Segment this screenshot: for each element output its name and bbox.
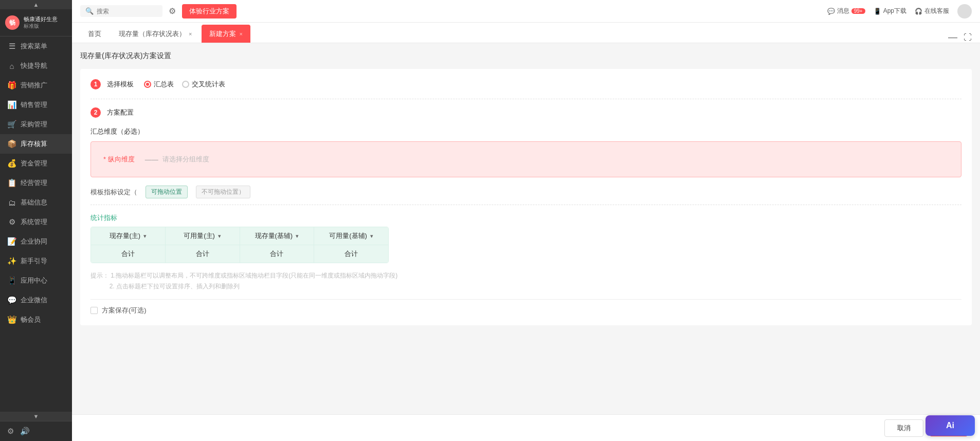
stats-col-header-2: 现存量(基辅) ▾ [240,227,314,245]
finance-icon: 💰 [7,159,16,168]
tab-inventory[interactable]: 现存量（库存状况表） × [111,25,199,43]
cancel-button[interactable]: 取消 [884,419,923,437]
wechat-icon: 💬 [7,296,16,305]
radio-summary-label: 汇总表 [154,80,174,89]
col0-chevron-icon[interactable]: ▾ [143,233,147,240]
sidebar-item-finance[interactable]: 💰 资金管理 [0,154,72,173]
sidebar-scroll-down[interactable]: ▼ [0,412,72,421]
col3-chevron-icon[interactable]: ▾ [370,233,373,240]
sidebar-item-corp[interactable]: 📝 企业协同 [0,232,72,251]
radio-cross[interactable]: 交叉统计表 [182,80,225,89]
trial-button[interactable]: 体验行业方案 [182,4,237,19]
draggable-tag: 可拖动位置 [146,186,188,198]
search-input[interactable] [97,8,157,15]
quick-nav-icon: ⌂ [7,62,16,70]
radio-summary[interactable]: 汇总表 [144,80,174,89]
sidebar-item-sales[interactable]: 📊 销售管理 [0,95,72,115]
stats-col-1: 可用量(主) ▾ 合计 [166,227,240,263]
sidebar-item-label: 搜索菜单 [21,42,47,51]
stats-col-header-1: 可用量(主) ▾ [166,227,240,245]
sound-icon[interactable]: 🔊 [20,427,30,436]
sidebar-item-baseinfo[interactable]: 🗂 基础信息 [0,193,72,212]
sidebar-item-label: 企业微信 [21,296,47,305]
logo-icon: 畅 [5,15,20,30]
inventory-tab-close-icon[interactable]: × [189,31,192,37]
sidebar-item-label: 新手引导 [21,256,47,266]
new-plan-tab-close-icon[interactable]: × [239,31,242,37]
sidebar-nav: ☰ 搜索菜单 ⌂ 快捷导航 🎁 营销推广 📊 销售管理 🛒 采购管理 📦 库存核… [0,36,72,412]
sidebar-item-member[interactable]: 👑 畅会员 [0,310,72,329]
headset-icon: 🎧 [915,8,922,15]
sidebar-item-label: 库存核算 [21,139,47,149]
indicator-setting-label: 模板指标设定（ [90,188,137,197]
step2-num: 2 [90,107,101,118]
radio-summary-dot [144,81,151,88]
message-button[interactable]: 💬 消息 99+ [827,7,865,15]
baseinfo-icon: 🗂 [7,198,16,207]
tabs-bar: 首页 现存量（库存状况表） × 新建方案 × — ⛶ [72,23,980,43]
tips-section: 提示： 1.拖动标题栏可以调整布局，不可跨维度或指标区域拖动栏目字段(只能在同一… [90,271,961,291]
logo-text: 畅康通好生意 标准版 [24,15,58,30]
sidebar-item-label: 资金管理 [21,159,47,168]
ai-fab-button[interactable]: Ai [925,415,975,436]
sidebar-item-wechat[interactable]: 💬 企业微信 [0,290,72,310]
main-area: 🔍 ⚙ 体验行业方案 💬 消息 99+ 📱 App下载 🎧 在线客服 [72,0,980,441]
tab-home[interactable]: 首页 [80,25,109,43]
divider2 [90,205,961,205]
page-content: 现存量(库存状况表)方案设置 1 选择模板 汇总表 交叉统计表 [72,43,980,414]
sidebar-item-search-menu[interactable]: ☰ 搜索菜单 [0,36,72,56]
sidebar-item-business[interactable]: 📋 经营管理 [0,173,72,193]
save-label: 方案保存(可选) [102,306,147,315]
sidebar-item-quick-nav[interactable]: ⌂ 快捷导航 [0,56,72,76]
stats-col-cell-0: 合计 [91,245,165,263]
step2-label: 方案配置 [107,108,134,117]
home-tab-label: 首页 [88,29,101,39]
purchase-icon: 🛒 [7,120,16,129]
inventory-tab-label: 现存量（库存状况表） [119,29,186,39]
tip-2: 2. 点击标题栏下拉可设置排序、插入列和删除列 [90,282,961,291]
sidebar-item-purchase[interactable]: 🛒 采购管理 [0,115,72,134]
guide-icon: ✨ [7,256,16,266]
sidebar-scroll-up[interactable]: ▲ [0,0,72,9]
stats-table: 现存量(主) ▾ 合计 可用量(主) ▾ 合计 [90,227,389,263]
corp-icon: 📝 [7,237,16,246]
config-card: 1 选择模板 汇总表 交叉统计表 2 方案配置 [80,69,972,325]
radio-cross-dot [182,81,189,88]
settings-icon[interactable]: ⚙ [7,427,14,436]
user-avatar-button[interactable] [957,4,972,19]
service-button[interactable]: 🎧 在线客服 [915,7,949,15]
minimize-icon[interactable]: — [948,32,957,43]
message-badge: 99+ [851,8,865,14]
bottom-bar: 取消 查询 [72,414,980,441]
step1-label: 选择模板 [107,80,134,89]
sidebar-item-label: 经营管理 [21,178,47,188]
sidebar-item-system[interactable]: ⚙ 系统管理 [0,212,72,232]
settings-gear-icon[interactable]: ⚙ [169,6,176,16]
radio-cross-label: 交叉统计表 [192,80,225,89]
sidebar-item-guide[interactable]: ✨ 新手引导 [0,251,72,271]
fullscreen-icon[interactable]: ⛶ [964,33,972,42]
sidebar-item-marketing[interactable]: 🎁 营销推广 [0,76,72,95]
divider1 [90,99,961,99]
tip-1: 提示： 1.拖动标题栏可以调整布局，不可跨维度或指标区域拖动栏目字段(只能在同一… [90,271,961,280]
search-box[interactable]: 🔍 [80,5,162,17]
indicator-setting-row: 模板指标设定（ 可拖动位置 不可拖动位置） [90,186,961,198]
dimension-box[interactable]: * 纵向维度 —— 请选择分组维度 [90,141,961,177]
stats-col-header-0: 现存量(主) ▾ [91,227,165,245]
sidebar-item-label: 基础信息 [21,198,47,207]
stats-col-cell-2: 合计 [240,245,314,263]
stats-col-cell-3: 合计 [314,245,388,263]
save-row: 方案保存(可选) [90,299,961,315]
col1-chevron-icon[interactable]: ▾ [218,233,221,240]
col2-chevron-icon[interactable]: ▾ [296,233,299,240]
app-download-button[interactable]: 📱 App下载 [874,7,906,15]
dim-dash: —— [145,156,158,163]
stats-table-header: 现存量(主) ▾ 合计 可用量(主) ▾ 合计 [91,227,388,263]
sidebar-item-inventory[interactable]: 📦 库存核算 [0,134,72,154]
system-icon: ⚙ [7,217,16,227]
tab-new-plan[interactable]: 新建方案 × [202,25,250,43]
sidebar-item-appcenter[interactable]: 📱 应用中心 [0,271,72,290]
save-checkbox[interactable] [90,307,98,314]
search-icon: 🔍 [85,7,94,15]
sidebar-item-label: 快捷导航 [21,61,47,70]
